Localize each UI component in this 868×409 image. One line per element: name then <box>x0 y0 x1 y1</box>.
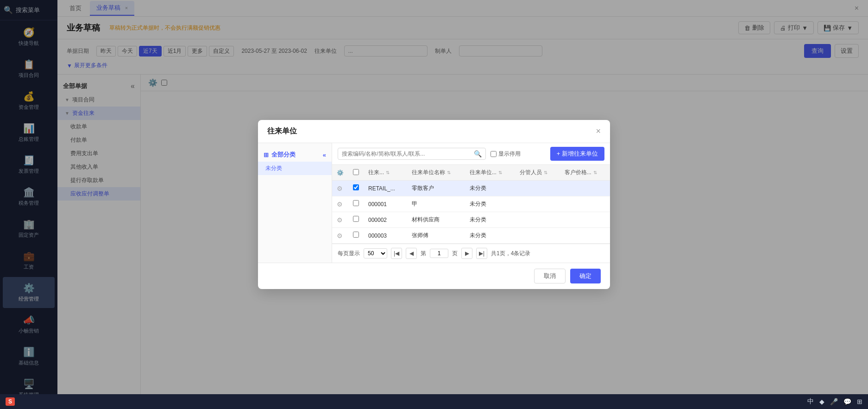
col-header-check <box>348 165 364 181</box>
chinese-icon[interactable]: 中 <box>807 397 814 406</box>
row-price <box>560 196 610 212</box>
table-header-row: ⚙️ 往来... ⇅ 往来单位名称 ⇅ 往来单位... ⇅ <box>332 165 610 181</box>
col-header-category: 往来单位... ⇅ <box>465 165 515 181</box>
modal-close-button[interactable]: × <box>596 126 601 136</box>
row-price <box>560 228 610 244</box>
col-header-settings: ⚙️ <box>332 165 348 181</box>
row-name: 零散客户 <box>407 181 465 196</box>
row-code: 000002 <box>364 212 407 228</box>
modal-search-icon: 🔍 <box>474 150 482 157</box>
row-manager <box>515 196 560 212</box>
row-category: 未分类 <box>465 212 515 228</box>
chat-icon[interactable]: 💬 <box>843 398 851 405</box>
col-header-manager: 分管人员 ⇅ <box>515 165 560 181</box>
bottom-bar: S 中 ◆ 🎤 💬 ⊞ <box>0 394 868 409</box>
sort-manager-icon: ⇅ <box>544 170 547 175</box>
modal-toolbar: 🔍 显示停用 + 新增往来单位 <box>332 143 610 165</box>
col-header-code: 往来... ⇅ <box>364 165 407 181</box>
row-name: 材料供应商 <box>407 212 465 228</box>
row-manager <box>515 228 560 244</box>
modal-overlay: 往来单位 × ⊞ 全部分类 « 未分类 🔍 <box>0 0 868 409</box>
row-category: 未分类 <box>465 181 515 196</box>
show-disabled-checkbox[interactable] <box>491 151 497 157</box>
collapse-icon: « <box>323 151 326 158</box>
sort-code-icon: ⇅ <box>386 170 390 175</box>
modal-category-all[interactable]: ⊞ 全部分类 « <box>258 148 332 162</box>
table-row[interactable]: ⚙ 000003 张师傅 未分类 <box>332 228 610 244</box>
partner-modal: 往来单位 × ⊞ 全部分类 « 未分类 🔍 <box>258 120 610 289</box>
table-row[interactable]: ⚙ 000001 甲 未分类 <box>332 196 610 212</box>
last-page-button[interactable]: ▶| <box>476 248 487 259</box>
modal-table-body: ⚙ RETAIL_... 零散客户 未分类 ⚙ 000001 甲 未分类 ⚙ 0… <box>332 181 610 244</box>
sort-price-icon: ⇅ <box>593 170 597 175</box>
row-checkbox[interactable] <box>353 200 359 206</box>
modal-search-input[interactable] <box>342 151 471 157</box>
row-name: 张师傅 <box>407 228 465 244</box>
modal-search-box[interactable]: 🔍 <box>338 148 486 160</box>
row-category: 未分类 <box>465 196 515 212</box>
row-price <box>560 181 610 196</box>
cancel-button[interactable]: 取消 <box>534 269 566 283</box>
modal-body: ⊞ 全部分类 « 未分类 🔍 显示停用 <box>258 143 610 263</box>
modal-title: 往来单位 <box>267 126 297 136</box>
row-price <box>560 212 610 228</box>
sort-name-icon: ⇅ <box>447 170 451 175</box>
modal-right: 🔍 显示停用 + 新增往来单位 ⚙️ <box>332 143 610 263</box>
row-category: 未分类 <box>465 228 515 244</box>
total-records: 共1页，4条记录 <box>491 250 530 258</box>
diamond-icon[interactable]: ◆ <box>819 398 824 405</box>
grid-icon: ⊞ <box>264 151 269 158</box>
row-checkbox[interactable] <box>353 184 359 190</box>
mic-icon[interactable]: 🎤 <box>830 398 838 405</box>
table-row[interactable]: ⚙ RETAIL_... 零散客户 未分类 <box>332 181 610 196</box>
modal-table: ⚙️ 往来... ⇅ 往来单位名称 ⇅ 往来单位... ⇅ <box>332 165 610 244</box>
modal-header: 往来单位 × <box>258 120 610 143</box>
row-checkbox[interactable] <box>353 216 359 222</box>
row-code: RETAIL_... <box>364 181 407 196</box>
modal-action-footer: 取消 确定 <box>258 263 610 289</box>
row-settings-icon[interactable]: ⚙ <box>337 201 343 208</box>
next-page-button[interactable]: ▶ <box>461 248 472 259</box>
brand-icon: S <box>6 397 15 406</box>
first-page-button[interactable]: |◀ <box>391 248 402 259</box>
sort-category-icon: ⇅ <box>498 170 502 175</box>
row-code: 000003 <box>364 228 407 244</box>
row-settings-icon[interactable]: ⚙ <box>337 232 343 239</box>
row-settings-icon[interactable]: ⚙ <box>337 216 343 224</box>
modal-categories-list: 未分类 <box>258 162 332 175</box>
show-disabled-checkbox-group: 显示停用 <box>491 150 521 158</box>
page-number-input[interactable] <box>430 249 448 258</box>
grid-bottom-icon[interactable]: ⊞ <box>857 398 862 405</box>
row-checkbox[interactable] <box>353 232 359 238</box>
partners-table: ⚙️ 往来... ⇅ 往来单位名称 ⇅ 往来单位... ⇅ <box>332 165 610 244</box>
row-name: 甲 <box>407 196 465 212</box>
add-partner-button[interactable]: + 新增往来单位 <box>550 147 604 161</box>
table-select-all[interactable] <box>353 169 359 175</box>
confirm-button[interactable]: 确定 <box>570 269 601 283</box>
settings-col-icon[interactable]: ⚙️ <box>337 170 344 176</box>
row-manager <box>515 181 560 196</box>
table-row[interactable]: ⚙ 000002 材料供应商 未分类 <box>332 212 610 228</box>
col-header-price: 客户价格... ⇅ <box>560 165 610 181</box>
modal-categories: ⊞ 全部分类 « 未分类 <box>258 143 332 263</box>
modal-pagination: 每页显示 50 20 100 |◀ ◀ 第 页 ▶ ▶| 共1页，4条记录 <box>332 244 610 263</box>
prev-page-button[interactable]: ◀ <box>406 248 417 259</box>
bottom-bar-right: 中 ◆ 🎤 💬 ⊞ <box>807 397 862 406</box>
row-settings-icon[interactable]: ⚙ <box>337 185 343 192</box>
row-code: 000001 <box>364 196 407 212</box>
per-page-select[interactable]: 50 20 100 <box>364 248 387 258</box>
modal-cat-未分类[interactable]: 未分类 <box>258 162 332 175</box>
row-manager <box>515 212 560 228</box>
col-header-name: 往来单位名称 ⇅ <box>407 165 465 181</box>
